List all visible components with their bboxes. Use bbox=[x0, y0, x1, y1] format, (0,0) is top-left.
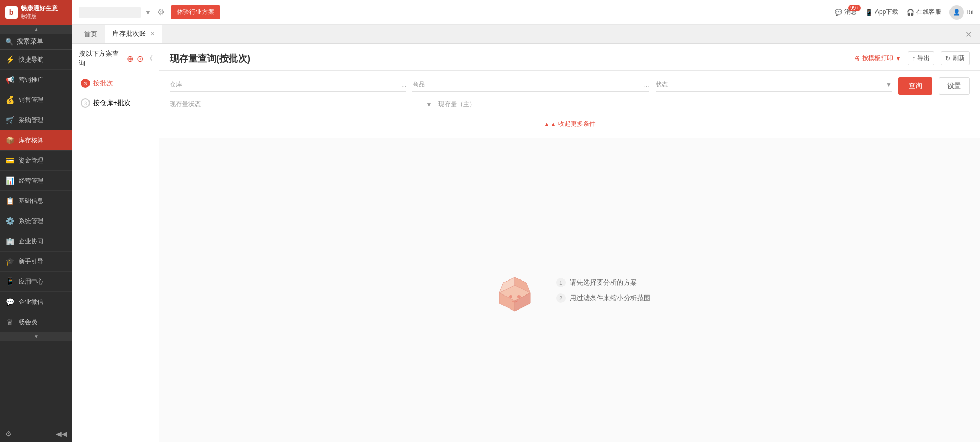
add-plan-btn[interactable]: ⊕ bbox=[127, 54, 133, 64]
plan-item-warehouse-batch[interactable]: ⊙ 按仓库+批次 bbox=[72, 93, 159, 113]
sidebar-footer: ⚙ ◀◀ bbox=[0, 425, 72, 442]
filter-stock-status[interactable]: 现存量状态 ▼ bbox=[170, 100, 432, 111]
status-input[interactable] bbox=[687, 81, 886, 89]
filter-row-1: 仓库 ... 商品 ... 状态 ▼ bbox=[170, 77, 970, 95]
left-panel-header-label: 按以下方案查询 bbox=[79, 49, 124, 68]
warehouse-input[interactable] bbox=[201, 81, 401, 89]
exp-industry-btn[interactable]: 体验行业方案 bbox=[171, 5, 220, 19]
enterprise-icon: 🏢 bbox=[5, 237, 14, 246]
message-icon: 💬 bbox=[835, 9, 842, 16]
messages-btn[interactable]: 💬 消息 99+ bbox=[835, 8, 857, 17]
stock-quantity-max-input[interactable] bbox=[530, 101, 571, 108]
empty-illustration bbox=[489, 264, 541, 316]
plan-warehouse-batch-label: 按仓库+批次 bbox=[93, 98, 131, 108]
stock-status-label: 现存量状态 bbox=[170, 100, 206, 109]
user-profile-btn[interactable]: 👤 Rit bbox=[949, 5, 974, 20]
sidebar-item-sales-label: 销售管理 bbox=[19, 96, 43, 105]
online-support-btn[interactable]: 🎧 在线客服 bbox=[907, 8, 941, 17]
export-btn[interactable]: ↑ 导出 bbox=[908, 51, 934, 65]
sidebar-item-wechat-label: 企业微信 bbox=[19, 298, 43, 306]
sidebar-item-enterprise-label: 企业协同 bbox=[19, 237, 43, 246]
page-content: 按以下方案查询 ⊕ ⊙ 《 ⊙ 按批次 ⊙ 按仓库+批次 现存量查询(按批次) bbox=[72, 44, 980, 442]
quick-nav-icon: ⚡ bbox=[5, 55, 14, 64]
sidebar-gear-btn[interactable]: ⚙ bbox=[5, 430, 12, 438]
topbar-gear-icon[interactable]: ⚙ bbox=[157, 7, 165, 17]
sidebar-item-system[interactable]: ⚙️ 系统管理 bbox=[0, 211, 72, 231]
inventory-icon: 📦 bbox=[5, 136, 14, 145]
search-icon: 🔍 bbox=[5, 38, 13, 46]
sidebar-item-sales[interactable]: 💰 销售管理 bbox=[0, 90, 72, 110]
svg-point-6 bbox=[517, 295, 521, 298]
sidebar-item-inventory-label: 库存核算 bbox=[19, 136, 43, 145]
settings-btn[interactable]: 设置 bbox=[939, 77, 970, 95]
hint-1-text: 请先选择要分析的方案 bbox=[570, 278, 637, 287]
tab-close-page-btn[interactable]: ✕ bbox=[965, 30, 972, 39]
sidebar-item-purchase[interactable]: 🛒 采购管理 bbox=[0, 110, 72, 130]
collapse-more-conditions[interactable]: ▲▲ 收起更多条件 bbox=[170, 116, 970, 131]
hint-2-text: 用过滤条件来缩小分析范围 bbox=[570, 293, 650, 303]
filter-warehouse: 仓库 ... bbox=[170, 80, 406, 92]
basic-info-icon: 📋 bbox=[5, 196, 14, 205]
sidebar-item-operations[interactable]: 📊 经营管理 bbox=[0, 171, 72, 191]
warehouse-label: 仓库 bbox=[170, 80, 201, 89]
sidebar-item-marketing[interactable]: 📢 营销推广 bbox=[0, 70, 72, 90]
product-more-btn[interactable]: ... bbox=[644, 81, 649, 89]
topbar: ▼ ⚙ 体验行业方案 💬 消息 99+ 📱 App下载 🎧 在线客服 👤 Rit bbox=[72, 0, 980, 25]
print-dropdown-arrow[interactable]: ▼ bbox=[895, 55, 901, 62]
print-btn[interactable]: 🖨 按模板打印 ▼ bbox=[854, 54, 901, 63]
set-plan-btn[interactable]: ⊙ bbox=[137, 54, 143, 64]
sidebar-header: b 畅康通好生意 标准版 bbox=[0, 0, 72, 25]
page-header: 现存量查询(按批次) 🖨 按模板打印 ▼ ↑ 导出 ↻ 刷新 bbox=[159, 44, 980, 71]
sidebar-item-basic-info[interactable]: 📋 基础信息 bbox=[0, 191, 72, 211]
svg-point-5 bbox=[509, 295, 512, 298]
left-panel-header: 按以下方案查询 ⊕ ⊙ 《 bbox=[72, 44, 159, 73]
sidebar-item-enterprise[interactable]: 🏢 企业协同 bbox=[0, 231, 72, 252]
empty-hints: 1 请先选择要分析的方案 2 用过滤条件来缩小分析范围 bbox=[556, 278, 650, 303]
export-icon: ↑ bbox=[912, 55, 915, 62]
filter-stock-quantity: 现存量（主） — bbox=[438, 100, 701, 111]
sidebar-item-app-center[interactable]: 📱 应用中心 bbox=[0, 272, 72, 292]
filter-row-2: 现存量状态 ▼ 现存量（主） — bbox=[170, 100, 970, 111]
sidebar-search-item[interactable]: 🔍 搜索菜单 bbox=[0, 34, 72, 50]
tab-home[interactable]: 首页 bbox=[77, 25, 105, 43]
stock-status-arrow[interactable]: ▼ bbox=[426, 101, 432, 108]
wechat-icon: 💬 bbox=[5, 297, 14, 306]
sidebar-scroll-down[interactable]: ▼ bbox=[0, 332, 72, 341]
filter-area: 仓库 ... 商品 ... 状态 ▼ bbox=[159, 71, 980, 138]
app-download-label: App下载 bbox=[875, 8, 898, 17]
sidebar-item-newbie[interactable]: 🎓 新手引导 bbox=[0, 252, 72, 272]
tab-inventory-batch[interactable]: 库存批次账 ✕ bbox=[105, 25, 162, 43]
query-btn[interactable]: 查询 bbox=[898, 77, 932, 95]
refresh-btn[interactable]: ↻ 刷新 bbox=[941, 51, 970, 65]
sidebar-scroll-up[interactable]: ▲ bbox=[0, 25, 72, 34]
sidebar-item-finance[interactable]: 💳 资金管理 bbox=[0, 151, 72, 171]
tab-close-btn[interactable]: ✕ bbox=[150, 31, 155, 37]
empty-hint-2: 2 用过滤条件来缩小分析范围 bbox=[556, 293, 650, 303]
warehouse-more-btn[interactable]: ... bbox=[401, 81, 406, 89]
topbar-search-input[interactable] bbox=[79, 7, 141, 18]
tabbar: 首页 库存批次账 ✕ ✕ bbox=[72, 25, 980, 44]
print-label: 按模板打印 bbox=[862, 54, 893, 63]
left-panel-collapse-btn[interactable]: 《 bbox=[146, 54, 153, 63]
finance-icon: 💳 bbox=[5, 156, 14, 165]
product-input[interactable] bbox=[443, 81, 644, 89]
topbar-right: 💬 消息 99+ 📱 App下载 🎧 在线客服 👤 Rit bbox=[835, 5, 974, 20]
headset-icon: 🎧 bbox=[907, 9, 914, 16]
sidebar-item-inventory[interactable]: 📦 库存核算 bbox=[0, 130, 72, 151]
stock-quantity-min-input[interactable] bbox=[478, 101, 519, 108]
sidebar-item-quick-nav-label: 快捷导航 bbox=[19, 55, 43, 64]
sidebar-item-newbie-label: 新手引导 bbox=[19, 257, 43, 266]
empty-state: 1 请先选择要分析的方案 2 用过滤条件来缩小分析范围 bbox=[159, 138, 980, 442]
sidebar-item-vip[interactable]: ♕ 畅会员 bbox=[0, 312, 72, 332]
sidebar-item-wechat[interactable]: 💬 企业微信 bbox=[0, 292, 72, 312]
topbar-dropdown-arrow[interactable]: ▼ bbox=[145, 9, 151, 16]
app-download-btn[interactable]: 📱 App下载 bbox=[865, 8, 898, 17]
plan-batch-label: 按批次 bbox=[93, 79, 113, 88]
sidebar-title-block: 畅康通好生意 标准版 bbox=[21, 5, 58, 20]
plan-item-batch[interactable]: ⊙ 按批次 bbox=[72, 73, 159, 93]
sidebar-item-quick-nav[interactable]: ⚡ 快捷导航 bbox=[0, 50, 72, 70]
sidebar-collapse-btn[interactable]: ◀◀ bbox=[56, 430, 67, 438]
sidebar-item-operations-label: 经营管理 bbox=[19, 176, 43, 185]
status-dropdown-arrow[interactable]: ▼ bbox=[886, 81, 892, 89]
status-label: 状态 bbox=[656, 80, 687, 89]
